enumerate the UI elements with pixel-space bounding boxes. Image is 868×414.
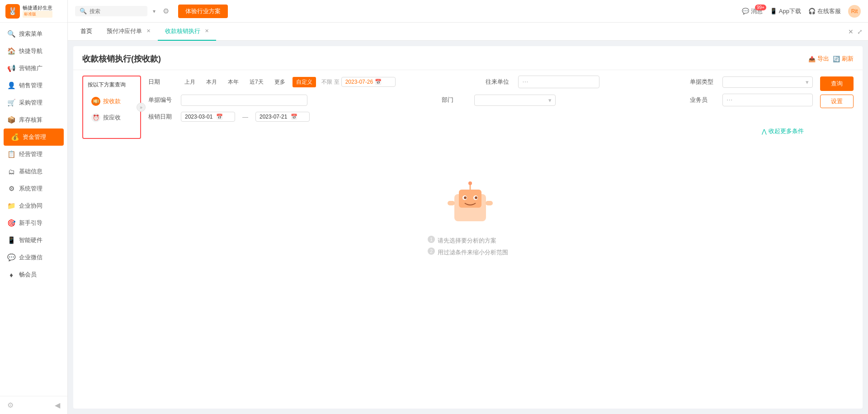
sidebar-item-经营管理[interactable]: 📋经营管理: [0, 146, 67, 163]
filter-option-receivable-label: 按应收: [103, 114, 121, 122]
date-value-input[interactable]: 2023-07-26 📅: [341, 77, 396, 87]
sidebar-item-采购管理[interactable]: 🛒采购管理: [0, 94, 67, 111]
sidebar-item-icon-13: 💬: [7, 253, 15, 262]
date-7days-btn[interactable]: 近7天: [246, 77, 267, 87]
tab-home[interactable]: 首页: [73, 23, 99, 41]
date-this-month-btn[interactable]: 本月: [203, 77, 221, 87]
date-value: 2023-07-26: [345, 79, 373, 85]
receivable-icon: ⏰: [91, 113, 100, 122]
staff-dots: ···: [726, 96, 732, 104]
sidebar-item-基础信息[interactable]: 🗂基础信息: [0, 163, 67, 180]
app-name: 畅捷通好生意: [23, 5, 52, 11]
message-button[interactable]: 💬 消息 99+: [742, 7, 763, 15]
sidebar-item-新手引导[interactable]: 🎯新手引导: [0, 214, 67, 232]
reconcile-start-calendar-icon[interactable]: 📅: [216, 114, 223, 120]
partner-select[interactable]: ···: [518, 76, 599, 88]
sidebar-item-label-1: 快捷导航: [19, 47, 42, 55]
user-name: Rit: [851, 8, 858, 14]
tabbar: 首页 预付冲应付单 ✕ 收款核销执行 ✕ ✕ ⤢: [68, 23, 868, 41]
export-button[interactable]: 📤 导出: [808, 55, 829, 63]
staff-select[interactable]: ···: [722, 94, 813, 106]
industry-btn[interactable]: 体验行业方案: [178, 5, 228, 18]
sidebar-item-icon-12: 📱: [7, 236, 15, 244]
tab-home-label: 首页: [80, 27, 92, 35]
topbar: 🔍 ▾ ⚙ 体验行业方案 💬 消息 99+ 📱 App下载 🎧 在线客服 Rit: [68, 0, 868, 23]
filter-method-panel: 按以下方案查询 💴 按收款 ⏰ 按应收 »: [82, 76, 141, 139]
sidebar-item-icon-2: 📢: [7, 64, 15, 72]
svg-point-4: [464, 196, 467, 199]
tab-close-all-icon[interactable]: ✕: [848, 28, 854, 35]
staff-label: 业务员: [690, 96, 717, 104]
dept-select[interactable]: ▾: [474, 95, 556, 106]
sidebar-item-快捷导航[interactable]: 🏠快捷导航: [0, 43, 67, 60]
collapse-sidebar-icon[interactable]: ◀: [55, 401, 60, 409]
collapse-filter-icon[interactable]: »: [137, 103, 146, 112]
search-box[interactable]: 🔍: [75, 6, 147, 16]
date-last-month-btn[interactable]: 上月: [181, 77, 199, 87]
date-this-year-btn[interactable]: 本年: [224, 77, 242, 87]
topbar-right: 💬 消息 99+ 📱 App下载 🎧 在线客服 Rit: [742, 5, 861, 18]
sidebar-item-库存核算[interactable]: 📦库存核算: [0, 111, 67, 128]
filter-option-by-receipt[interactable]: 💴 按收款: [88, 94, 136, 109]
sidebar-item-label-10: 企业协同: [19, 202, 42, 210]
empty-text: 1 请先选择要分析的方案 2 用过滤条件来缩小分析范围: [428, 235, 508, 258]
sidebar-item-label-6: 资金管理: [23, 133, 46, 141]
date-buttons: 上月 本月 本年 近7天 更多 自定义: [181, 77, 316, 87]
sidebar-item-label-11: 新手引导: [19, 219, 42, 227]
sidebar-item-搜索菜单[interactable]: 🔍搜索菜单: [0, 25, 67, 43]
setting-button[interactable]: 设置: [820, 95, 854, 108]
tab-expand-icon[interactable]: ⤢: [857, 28, 863, 35]
date-more-btn[interactable]: 更多: [271, 77, 289, 87]
collapse-more-button[interactable]: ⋀ 收起更多条件: [762, 127, 804, 135]
calendar-icon[interactable]: 📅: [375, 79, 382, 85]
user-avatar[interactable]: Rit: [848, 5, 861, 18]
query-button[interactable]: 查询: [820, 76, 854, 91]
sidebar-item-企业协同[interactable]: 📁企业协同: [0, 197, 67, 214]
sidebar-item-企业微信[interactable]: 💬企业微信: [0, 249, 67, 266]
tab-prepay-close-icon[interactable]: ✕: [146, 28, 151, 34]
app-download-button[interactable]: 📱 App下载: [770, 7, 801, 15]
sidebar-item-营销推广[interactable]: 📢营销推广: [0, 60, 67, 77]
filter-row-2: 单据编号 部门 ▾ 业务员 ···: [148, 94, 813, 106]
sidebar-item-label-3: 销售管理: [19, 81, 42, 90]
tab-receivable[interactable]: 收款核销执行 ✕: [158, 23, 216, 41]
tab-prepay-label: 预付冲应付单: [107, 27, 142, 35]
online-service-button[interactable]: 🎧 在线客服: [808, 7, 841, 15]
collapse-more-label: 收起更多条件: [769, 127, 804, 135]
bill-no-input[interactable]: [181, 95, 307, 106]
sidebar-item-label-14: 畅会员: [19, 271, 37, 279]
sidebar-item-销售管理[interactable]: 👤销售管理: [0, 77, 67, 94]
reconcile-start-input[interactable]: 2023-03-01 📅: [181, 112, 235, 122]
headset-icon: 🎧: [808, 8, 816, 14]
filter-option-by-receivable[interactable]: ⏰ 按应收: [88, 110, 136, 125]
tab-prepay[interactable]: 预付冲应付单 ✕: [99, 23, 158, 41]
tab-receivable-label: 收款核销执行: [165, 27, 200, 35]
settings-icon[interactable]: ⚙: [7, 401, 14, 409]
export-label: 导出: [817, 55, 829, 63]
topbar-chevron-icon[interactable]: ▾: [153, 8, 156, 14]
search-input[interactable]: [90, 8, 139, 14]
sidebar-item-智能硬件[interactable]: 📱智能硬件: [0, 232, 67, 249]
date-custom-btn[interactable]: 自定义: [292, 77, 316, 87]
header-actions: 📤 导出 🔄 刷新: [808, 55, 854, 63]
reconcile-end-calendar-icon[interactable]: 📅: [291, 114, 297, 120]
sidebar-item-icon-10: 📁: [7, 202, 15, 210]
app-download-label: App下载: [779, 7, 801, 15]
dept-label: 部门: [442, 96, 469, 104]
reconcile-date-separator: —: [242, 114, 248, 120]
filter-panel: 按以下方案查询 💴 按收款 ⏰ 按应收 » 日期: [73, 70, 863, 144]
sidebar-item-icon-4: 🛒: [7, 99, 15, 107]
svg-point-5: [475, 196, 477, 199]
reconcile-end-input[interactable]: 2023-07-21 📅: [255, 112, 310, 122]
sidebar-item-系统管理[interactable]: ⚙系统管理: [0, 180, 67, 197]
sidebar-footer: ⚙ ◀: [0, 396, 67, 414]
date-label: 日期: [148, 78, 175, 86]
sidebar-item-畅会员[interactable]: ♦畅会员: [0, 266, 67, 283]
sidebar-item-资金管理[interactable]: 💰资金管理: [4, 128, 64, 146]
logo-icon: 🐰: [5, 4, 20, 19]
topbar-gear-icon[interactable]: ⚙: [163, 7, 169, 15]
tab-receivable-close-icon[interactable]: ✕: [205, 28, 209, 34]
sidebar-item-label-7: 经营管理: [19, 150, 42, 158]
bill-type-select[interactable]: ▾: [722, 76, 813, 88]
refresh-button[interactable]: 🔄 刷新: [833, 55, 854, 63]
